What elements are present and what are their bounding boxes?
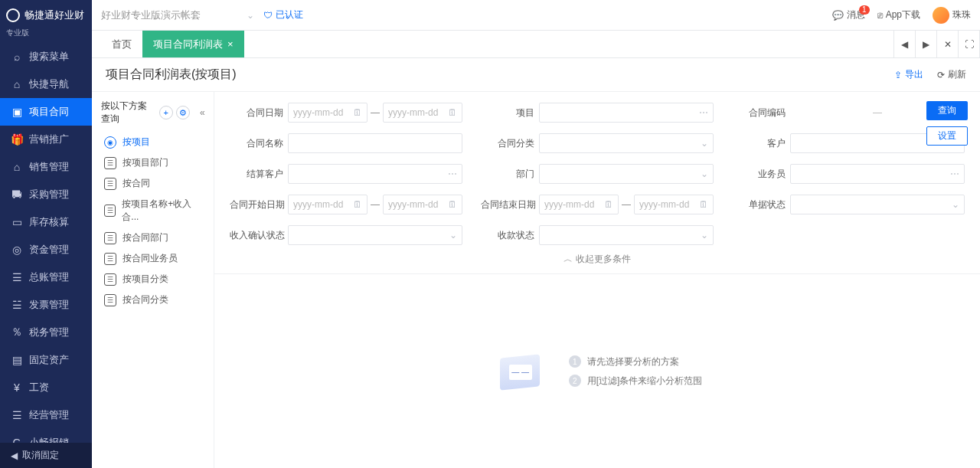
start-date-from[interactable]: yyyy-mm-dd🗓 (288, 195, 368, 214)
scheme-icon: ☰ (104, 253, 116, 265)
sidebar: 畅捷通好业财 专业版 ⌕搜索菜单⌂快捷导航▣项目合同🎁营销推广⌂销售管理⛟采购管… (0, 0, 92, 468)
fullscreen-button[interactable]: ⛶ (959, 31, 980, 58)
scheme-item-2[interactable]: ☰按合同 (101, 173, 207, 194)
scheme-label: 按合同 (122, 177, 150, 190)
filter-form-area: 查询 设置 合同日期 yyyy-mm-dd🗓 — yyyy-mm-dd🗓 (214, 92, 980, 468)
bill-status-select[interactable]: ⌄ (790, 195, 965, 214)
sidebar-item-5[interactable]: ⛟采购管理 (0, 181, 92, 208)
payment-status-select[interactable]: ⌄ (539, 225, 714, 245)
project-select[interactable]: ⋯ (539, 103, 714, 123)
sidebar-item-14[interactable]: G小畅报销 (0, 429, 92, 443)
scheme-item-0[interactable]: ◉按项目 (101, 132, 207, 152)
scheme-item-4[interactable]: ☰按合同部门 (101, 227, 207, 248)
contract-class-select[interactable]: ⌄ (539, 133, 714, 153)
chevron-up-icon: ︿ (564, 253, 573, 266)
export-button[interactable]: ⇪ 导出 (894, 68, 923, 81)
sidebar-item-0[interactable]: ⌕搜索菜单 (0, 43, 92, 70)
contract-date-to[interactable]: yyyy-mm-dd🗓 (383, 103, 462, 123)
refresh-button[interactable]: ⟳ 刷新 (937, 68, 966, 81)
sidebar-item-2[interactable]: ▣项目合同 (0, 98, 92, 126)
sidebar-item-10[interactable]: ％税务管理 (0, 319, 92, 346)
start-date-to[interactable]: yyyy-mm-dd🗓 (383, 195, 462, 214)
scheme-item-3[interactable]: ☰按项目名称+收入合... (101, 194, 207, 227)
label-department: 部门 (481, 168, 534, 181)
chevron-down-icon: ⌄ (701, 169, 708, 179)
app-download-button[interactable]: ⎚ App下载 (877, 8, 920, 21)
tab-close-all-button[interactable]: ✕ (937, 31, 959, 58)
add-scheme-button[interactable]: + (159, 106, 173, 119)
brand-edition: 专业版 (0, 28, 92, 38)
label-end-date: 合同结束日期 (481, 198, 534, 211)
sidebar-item-label: 税务管理 (29, 326, 69, 339)
scheme-icon: ☰ (104, 273, 116, 286)
scheme-label: 按项目部门 (122, 156, 168, 169)
sidebar-item-label: 发票管理 (29, 298, 69, 312)
sidebar-item-7[interactable]: ◎资金管理 (0, 236, 92, 263)
empty-step-2: 2用[过滤]条件来缩小分析范围 (569, 375, 703, 388)
sidebar-item-label: 快捷导航 (29, 77, 69, 91)
sidebar-item-6[interactable]: ▭库存核算 (0, 208, 92, 236)
scheme-item-6[interactable]: ☰按项目分类 (101, 269, 207, 290)
scheme-label: 按合同业务员 (122, 252, 178, 265)
query-button[interactable]: 查询 (926, 101, 968, 120)
chevron-down-icon: ⌄ (701, 138, 708, 149)
logo-icon (6, 8, 20, 22)
sidebar-item-label: 项目合同 (29, 105, 69, 119)
calendar-icon: 🗓 (353, 199, 362, 210)
end-date-to[interactable]: yyyy-mm-dd🗓 (634, 195, 714, 214)
collapse-conditions-button[interactable]: ︿ 收起更多条件 (214, 245, 980, 272)
content: 按以下方案查询 + ⚙ « ◉按项目☰按项目部门☰按合同☰按项目名称+收入合..… (92, 92, 980, 468)
sidebar-item-12[interactable]: ¥工资 (0, 374, 92, 401)
settle-customer-select[interactable]: ⋯ (288, 164, 462, 184)
sidebar-item-4[interactable]: ⌂销售管理 (0, 153, 92, 181)
label-contract-class: 合同分类 (481, 137, 534, 150)
sidebar-item-label: 工资 (29, 381, 49, 394)
message-badge: 1 (859, 5, 870, 15)
scheme-item-5[interactable]: ☰按合同业务员 (101, 248, 207, 269)
income-status-select[interactable]: ⌄ (288, 225, 462, 245)
pin-icon: ◀ (11, 450, 18, 461)
message-button[interactable]: 💬 消息 1 (832, 8, 865, 21)
chevron-down-icon: ⌄ (701, 230, 708, 241)
sidebar-item-9[interactable]: ☱发票管理 (0, 291, 92, 319)
account-selector[interactable]: 好业财专业版演示帐套 ⌄ (101, 8, 254, 22)
contract-name-input[interactable] (288, 133, 462, 153)
sidebar-item-label: 库存核算 (29, 215, 69, 229)
sidebar-item-1[interactable]: ⌂快捷导航 (0, 70, 92, 98)
cart-icon: ⌂ (11, 161, 23, 173)
user-menu[interactable]: 珠珠 (933, 7, 971, 24)
scheme-item-1[interactable]: ☰按项目部门 (101, 152, 207, 173)
sidebar-item-3[interactable]: 🎁营销推广 (0, 126, 92, 153)
end-date-from[interactable]: yyyy-mm-dd🗓 (539, 195, 619, 214)
salesman-select[interactable]: ⋯ (790, 164, 965, 184)
export-icon: ⇪ (894, 70, 902, 80)
sidebar-item-8[interactable]: ☰总账管理 (0, 263, 92, 291)
tab-prev-button[interactable]: ◀ (894, 31, 916, 58)
tab-home[interactable]: 首页 (101, 31, 142, 57)
department-select[interactable]: ⌄ (539, 164, 714, 184)
sidebar-item-11[interactable]: ▤固定资产 (0, 346, 92, 374)
side-menu: ⌕搜索菜单⌂快捷导航▣项目合同🎁营销推广⌂销售管理⛟采购管理▭库存核算◎资金管理… (0, 43, 92, 443)
scheme-label: 按项目分类 (122, 273, 168, 286)
sidebar-item-13[interactable]: ☰经营管理 (0, 401, 92, 429)
close-icon[interactable]: × (227, 38, 234, 50)
sidebar-pin-toggle[interactable]: ◀ 取消固定 (0, 443, 92, 468)
contract-date-from[interactable]: yyyy-mm-dd🗓 (288, 103, 368, 123)
page-header: 项目合同利润表(按项目) ⇪ 导出 ⟳ 刷新 (92, 58, 980, 92)
tab-project-contract-profit[interactable]: 项目合同利润表 × (142, 31, 244, 57)
label-payment-status: 收款状态 (481, 229, 534, 242)
tab-next-button[interactable]: ▶ (916, 31, 937, 58)
collapse-panel-button[interactable]: « (198, 106, 207, 119)
chevron-down-icon: ⌄ (247, 10, 254, 21)
calendar-icon: 🗓 (699, 199, 708, 210)
topbar: 好业财专业版演示帐套 ⌄ 🛡 已认证 💬 消息 1 ⎚ App下载 (92, 0, 980, 31)
scheme-icon: ☰ (104, 232, 116, 244)
scheme-icon: ☰ (104, 294, 116, 306)
sidebar-item-label: 小畅报销 (29, 436, 69, 443)
home-icon: ⌂ (11, 78, 23, 90)
scheme-icon: ☰ (104, 178, 116, 190)
scheme-settings-button[interactable]: ⚙ (176, 106, 190, 119)
setting-button[interactable]: 设置 (926, 126, 968, 146)
scheme-item-7[interactable]: ☰按合同分类 (101, 290, 207, 310)
ellipsis-icon: ⋯ (950, 169, 959, 179)
